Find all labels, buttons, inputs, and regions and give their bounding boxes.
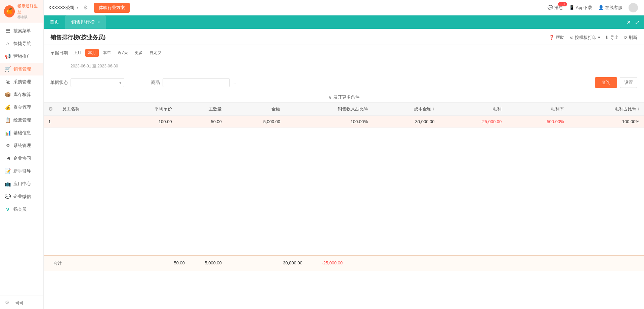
status-select[interactable] [71, 78, 124, 87]
sidebar: 🍊 畅康通好生意 标准版 ☰ 搜索菜单 ⌂ 快捷导航 📢 营销推广 🛒 销售管理… [0, 0, 44, 309]
tab-home[interactable]: 首页 [44, 15, 65, 29]
date-tab-this-month[interactable]: 本月 [85, 49, 99, 57]
export-btn[interactable]: ⬇ 导出 [605, 35, 619, 41]
sidebar-label-sales: 销售管理 [13, 66, 31, 72]
sidebar-label-finance: 资金管理 [13, 104, 31, 110]
col-gross-pct-label: 毛利占比% [615, 106, 636, 111]
topbar: XXXXXX公司 ▾ ⚙ 体验行业方案 💬 消息 99+ 📱 App下载 👤 在… [44, 0, 644, 15]
sidebar-item-inventory[interactable]: 📦 库存核算 [0, 88, 43, 101]
col-sales-pct: 销售收入占比% [285, 103, 373, 116]
collapse-icon[interactable]: ◀◀ [15, 299, 23, 306]
col-avg-price: 平均单价 [117, 103, 176, 116]
tabbar-close-icon[interactable]: ✕ [627, 19, 631, 25]
company-selector[interactable]: XXXXXX公司 ▾ [48, 5, 79, 11]
query-button[interactable]: 查询 [595, 77, 617, 88]
sidebar-item-basics[interactable]: 📊 基础信息 [0, 126, 43, 139]
goods-input[interactable] [163, 78, 230, 87]
message-btn[interactable]: 💬 消息 99+ [548, 5, 563, 11]
col-name: 员工名称 [57, 103, 117, 116]
topbar-gear-icon[interactable]: ⚙ [83, 4, 88, 11]
table-wrap: ⚙ 员工名称 平均单价 主数量 全额 销售收入占比% 成本全额 ℹ 毛利 毛利率 [44, 103, 644, 128]
tab-sales-ranking[interactable]: 销售排行榜 × [65, 15, 106, 29]
sidebar-label-shortcut: 快捷导航 [13, 41, 31, 47]
print-btn[interactable]: 🖨 按模板打印 ▾ [569, 35, 600, 41]
tabbar-expand-icon[interactable]: ⤢ [635, 19, 639, 25]
logo-icon: 🍊 [4, 5, 15, 17]
sidebar-item-finance[interactable]: 💰 资金管理 [0, 101, 43, 114]
tabbar-right: ✕ ⤢ [627, 19, 644, 25]
sidebar-item-guide[interactable]: 📝 新手引导 [0, 165, 43, 177]
cost-info-icon: ℹ [433, 107, 434, 111]
sidebar-label-operations: 经营管理 [13, 117, 31, 123]
search-icon: ☰ [5, 28, 11, 34]
date-tab-more[interactable]: 更多 [132, 49, 145, 57]
help-label: 帮助 [556, 35, 564, 41]
date-range-display: 2023-06-01 至 2023-06-30 [71, 64, 118, 68]
gross-pct-info-icon: ℹ [638, 107, 639, 111]
sidebar-item-sales[interactable]: 🛒 销售管理 [0, 63, 43, 75]
cell-gross: -25,000.00 [439, 116, 506, 128]
filter-bar: 单据日期 上月 本月 本年 近7天 更多 自定义 2023-06-01 至 20… [44, 45, 644, 92]
cell-name [57, 116, 117, 128]
action-buttons: 查询 设置 [595, 77, 637, 88]
sidebar-item-purchase[interactable]: 🛍 采购管理 [0, 75, 43, 88]
sales-icon: 🛒 [5, 66, 11, 72]
sidebar-item-enterprise[interactable]: 🖥 企业协同 [0, 152, 43, 165]
sidebar-item-search[interactable]: ☰ 搜索菜单 [0, 24, 43, 37]
tab-sales-label: 销售排行榜 [71, 19, 95, 25]
help-btn[interactable]: ❓ 帮助 [549, 35, 564, 41]
column-settings-icon[interactable]: ⚙ [48, 106, 53, 112]
date-tab-custom[interactable]: 自定义 [147, 49, 164, 57]
refresh-btn[interactable]: ↺ 刷新 [624, 35, 637, 41]
wechat-icon: 💬 [5, 194, 11, 200]
basics-icon: 📊 [5, 130, 11, 136]
status-select-wrap [71, 78, 124, 87]
refresh-label: 刷新 [629, 35, 637, 41]
sidebar-item-operations[interactable]: 📋 经营管理 [0, 114, 43, 126]
sidebar-item-shortcut[interactable]: ⌂ 快捷导航 [0, 37, 43, 50]
trial-button[interactable]: 体验行业方案 [94, 3, 130, 13]
date-tab-this-year[interactable]: 本年 [100, 49, 114, 57]
cell-sales-pct: 100.00% [285, 116, 373, 128]
user-avatar-area[interactable] [629, 3, 639, 12]
date-tab-last-month[interactable]: 上月 [71, 49, 84, 57]
date-tab-7days[interactable]: 近7天 [115, 49, 131, 57]
more-options-btn[interactable]: ... [232, 80, 236, 85]
sidebar-label-marketing: 营销推广 [13, 53, 31, 59]
footer-label: 合计 [48, 259, 116, 268]
sidebar-label-inventory: 库存核算 [13, 92, 31, 98]
sidebar-label-system: 系统管理 [13, 143, 31, 149]
service-icon: 👤 [598, 5, 604, 10]
cell-avg-price: 100.00 [117, 116, 176, 128]
app-download-btn[interactable]: 📱 App下载 [569, 5, 592, 11]
page-actions: ❓ 帮助 🖨 按模板打印 ▾ ⬇ 导出 ↺ 刷新 [549, 35, 637, 41]
sidebar-item-wechat[interactable]: 💬 企业微信 [0, 190, 43, 203]
cell-cost: 30,000.00 [373, 116, 439, 128]
col-main-qty: 主数量 [177, 103, 226, 116]
main-area: XXXXXX公司 ▾ ⚙ 体验行业方案 💬 消息 99+ 📱 App下载 👤 在… [44, 0, 644, 309]
col-settings: ⚙ [44, 103, 57, 116]
status-filter-label: 单据状态 [50, 80, 68, 86]
expand-down-icon: ∨ [329, 95, 332, 100]
data-table: ⚙ 员工名称 平均单价 主数量 全额 销售收入占比% 成本全额 ℹ 毛利 毛利率 [44, 103, 644, 128]
sidebar-item-system[interactable]: ⚙ 系统管理 [0, 139, 43, 152]
col-cost-label: 成本全额 [414, 106, 431, 111]
cell-main-qty: 50.00 [177, 116, 226, 128]
status-filter-group: 单据状态 [50, 78, 124, 87]
online-service-btn[interactable]: 👤 在线客服 [598, 5, 622, 11]
expand-more-btn[interactable]: ∨ 展开更多条件 [329, 94, 359, 100]
footer-avg-price [116, 259, 156, 268]
sidebar-label-basics: 基础信息 [13, 130, 31, 136]
footer-cost: 30,000.00 [267, 259, 307, 268]
page-header: 销售排行榜(按业务员) ❓ 帮助 🖨 按模板打印 ▾ ⬇ 导出 ↺ 刷新 [44, 29, 644, 45]
footer-total: 5,000.00 [189, 259, 226, 268]
member-icon: V [5, 206, 11, 212]
tab-close-icon[interactable]: × [97, 20, 100, 24]
settings-button[interactable]: 设置 [620, 77, 637, 88]
sidebar-item-marketing[interactable]: 📢 营销推广 [0, 50, 43, 63]
sidebar-item-member[interactable]: V 畅会员 [0, 203, 43, 216]
online-service-label: 在线客服 [605, 5, 622, 11]
user-avatar [629, 3, 638, 12]
settings-footer-icon[interactable]: ⚙ [5, 299, 9, 306]
sidebar-item-apps[interactable]: 📺 应用中心 [0, 177, 43, 190]
